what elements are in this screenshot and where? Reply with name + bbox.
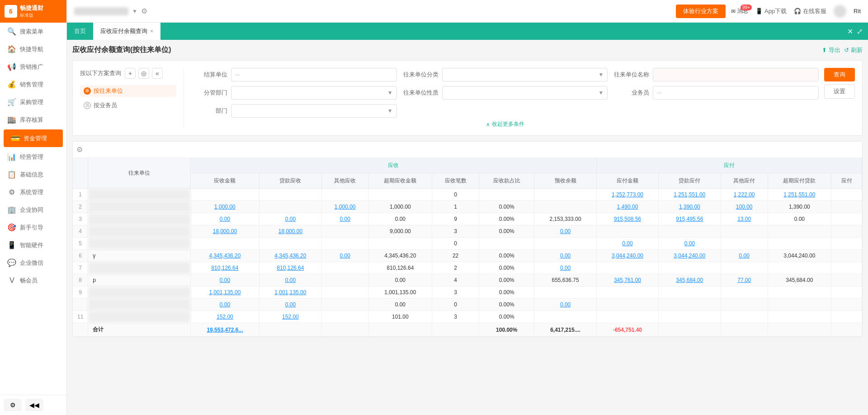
ap-amount[interactable]: 1,490.00 (596, 201, 658, 213)
overdue-ap[interactable]: 1,251,551.00 (768, 189, 831, 201)
app-download-button[interactable]: 📱 App下载 (755, 7, 787, 15)
loan-ar[interactable]: 1,001,135.00 (259, 286, 321, 299)
other-ap[interactable]: 77.00 (721, 274, 768, 286)
prepaid[interactable]: 0.00 (534, 299, 596, 311)
sidebar-item-marketing[interactable]: 📢 营销推广 (0, 58, 66, 76)
sidebar-settings-button[interactable]: ⚙ (4, 399, 22, 411)
unit-name (88, 238, 190, 250)
loan-ar[interactable]: 4,345,436.20 (259, 250, 321, 262)
ar-amount[interactable]: 1,000.00 (190, 201, 259, 213)
other-ar[interactable]: 0.00 (321, 250, 368, 262)
filter-settings-button[interactable]: ◎ (138, 68, 149, 79)
loan-ar[interactable]: 18,000.00 (259, 225, 321, 238)
tab-close-icon[interactable]: × (150, 28, 153, 34)
ar-amount[interactable]: 152.00 (190, 311, 259, 323)
prepaid (534, 238, 596, 250)
ar-amount[interactable]: 0.00 (190, 213, 259, 225)
other-ar[interactable]: 1,000.00 (321, 201, 368, 213)
salesman-input[interactable]: ··· (653, 86, 819, 100)
tab-bar-actions: ✕ ⤢ (847, 27, 868, 36)
ar-amount[interactable]: 4,345,436.20 (190, 250, 259, 262)
sidebar-item-member[interactable]: Ⅴ 畅会员 (0, 272, 66, 289)
loan-ar[interactable]: 152.00 (259, 311, 321, 323)
filter-nav-by-unit[interactable]: 单 按往来单位 (80, 85, 176, 97)
sidebar-item-label: 系统管理 (20, 188, 43, 196)
loan-ap[interactable]: 1,251,551.00 (659, 189, 721, 201)
unit-category-input[interactable]: ▼ (442, 68, 608, 81)
loan-ap[interactable]: 3,044,240.00 (659, 250, 721, 262)
ap-amount[interactable]: 3,044,240.00 (596, 250, 658, 262)
loan-ap[interactable]: 1,390.00 (659, 201, 721, 213)
expand-window-icon[interactable]: ⤢ (857, 27, 863, 36)
prepaid[interactable]: 0.00 (534, 262, 596, 274)
loan-ar[interactable]: 0.00 (259, 299, 321, 311)
sidebar-item-enterprise[interactable]: 🏢 企业协同 (0, 201, 66, 219)
close-window-icon[interactable]: ✕ (847, 27, 853, 36)
settlement-unit-input[interactable]: ··· (231, 68, 397, 81)
filter-collapse-button[interactable]: « (152, 68, 163, 79)
collapse-more-button[interactable]: ∧ 收起更多条件 (486, 120, 524, 128)
trial-button[interactable]: 体验行业方案 (676, 5, 726, 18)
tab-home[interactable]: 首页 (67, 23, 93, 40)
sidebar-item-search-menu[interactable]: 🔍 搜索菜单 (0, 23, 66, 40)
ar-amount[interactable]: 0.00 (190, 274, 259, 286)
total-ar-amount[interactable]: 19,553,472,6... (190, 323, 259, 337)
loan-ap[interactable]: 0.00 (659, 238, 721, 250)
sidebar-item-inventory[interactable]: 🏬 库存核算 (0, 111, 66, 129)
table-settings-icon[interactable]: ⚙ (76, 145, 83, 154)
other-ap (721, 286, 768, 299)
ap-amount[interactable]: 0.00 (596, 238, 658, 250)
sidebar-item-management[interactable]: 📊 经营管理 (0, 148, 66, 166)
sidebar-toggle-button[interactable]: ◀◀ (25, 399, 43, 411)
filter-add-button[interactable]: + (125, 68, 136, 79)
sidebar-item-sales[interactable]: 💰 销售管理 (0, 76, 66, 93)
sidebar-item-label: 快捷导航 (20, 45, 43, 53)
page-actions: ⬆ 导出 ↺ 刷新 (822, 46, 863, 54)
sidebar-item-system[interactable]: ⚙ 系统管理 (0, 183, 66, 201)
loan-ap[interactable]: 915,495.56 (659, 213, 721, 225)
table-row: 7 810,126.64 810,126.64 810,126.64 2 0.0… (73, 262, 862, 274)
tab-query[interactable]: 应收应付余额查询 × (93, 23, 160, 40)
other-ap[interactable]: 1,222.00 (721, 189, 768, 201)
ap-amount[interactable]: 1,252,773.00 (596, 189, 658, 201)
unit-nature-input[interactable]: ▼ (442, 86, 608, 100)
loan-ar[interactable]: 0.00 (259, 213, 321, 225)
other-ap (721, 238, 768, 250)
sidebar-item-guide[interactable]: 🎯 新手引导 (0, 219, 66, 236)
setting-button[interactable]: 设置 (824, 84, 855, 99)
dept-input[interactable]: ▼ (231, 104, 397, 118)
sidebar-item-basic-info[interactable]: 📋 基础信息 (0, 166, 66, 183)
overdue-ar: 0.00 (368, 274, 432, 286)
ar-amount[interactable]: 0.00 (190, 299, 259, 311)
other-ap[interactable]: 13.00 (721, 213, 768, 225)
sidebar-item-purchase[interactable]: 🛒 采购管理 (0, 93, 66, 111)
dept-manager-input[interactable]: ▼ (231, 86, 397, 100)
user-name[interactable]: Rit (854, 8, 861, 14)
ap-col (831, 311, 862, 323)
message-button[interactable]: ✉ 消息 99+ (731, 7, 748, 15)
ap-amount[interactable]: 915,508.56 (596, 213, 658, 225)
ar-amount[interactable]: 1,001,135.00 (190, 286, 259, 299)
sidebar-item-smart-hw[interactable]: 📱 智能硬件 (0, 236, 66, 254)
ap-amount[interactable]: 345,761.00 (596, 274, 658, 286)
export-button[interactable]: ⬆ 导出 (822, 46, 840, 54)
sidebar-item-wechat[interactable]: 💬 企业微信 (0, 254, 66, 272)
query-button[interactable]: 查询 (824, 68, 855, 81)
other-ap[interactable]: 100.00 (721, 201, 768, 213)
refresh-button[interactable]: ↺ 刷新 (844, 46, 863, 54)
ar-amount[interactable]: 810,126.64 (190, 262, 259, 274)
ar-amount[interactable]: 18,000.00 (190, 225, 259, 238)
sidebar-item-finance[interactable]: 💳 资金管理 (4, 129, 63, 147)
prepaid[interactable]: 0.00 (534, 225, 596, 238)
filter-nav-by-salesman[interactable]: 员 按业务员 (80, 100, 176, 111)
loan-ar[interactable]: 810,126.64 (259, 262, 321, 274)
loan-ar[interactable]: 0.00 (259, 274, 321, 286)
loan-ap[interactable]: 345,684.00 (659, 274, 721, 286)
breadcrumb-gear-icon[interactable]: ⚙ (141, 7, 147, 15)
sidebar-item-quick-nav[interactable]: 🏠 快捷导航 (0, 40, 66, 58)
online-service-button[interactable]: 🎧 在线客服 (794, 7, 826, 15)
other-ap[interactable]: 0.00 (721, 250, 768, 262)
other-ar[interactable]: 0.00 (321, 213, 368, 225)
unit-name-input[interactable] (653, 68, 819, 81)
prepaid[interactable]: 0.00 (534, 250, 596, 262)
